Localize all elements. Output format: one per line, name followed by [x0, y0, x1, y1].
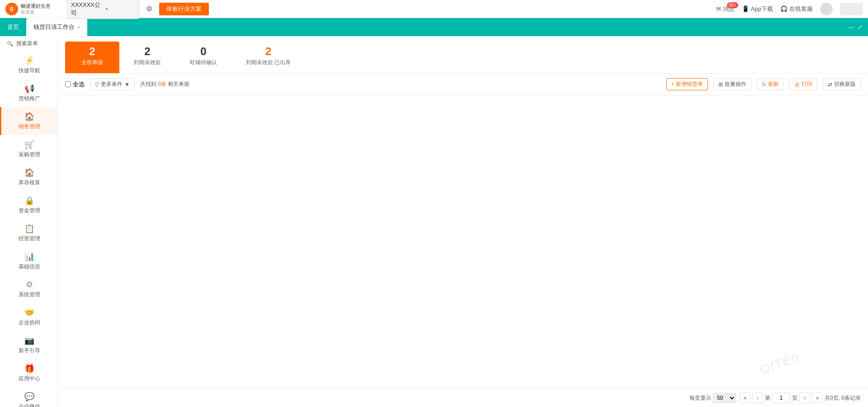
online-service-button[interactable]: 🎧 在线客服 [780, 5, 813, 13]
tab-active-label: 钱货日清工作台 [33, 23, 75, 31]
tab-minimize-icon[interactable]: — [847, 23, 854, 31]
sidebar-label-base-info: 基础信息 [19, 263, 40, 271]
stat-tab-overdue[interactable]: 2 到期未收款 [119, 42, 175, 73]
marketing-icon: 📢 [24, 84, 34, 94]
found-suffix: 相关单据 [168, 81, 189, 87]
stat-tab-all[interactable]: 2 全部单据 [65, 42, 119, 73]
sidebar-item-purchase[interactable]: 🛒 采购管理 [0, 135, 57, 163]
app-download-icon: 📱 [742, 5, 749, 12]
app-center-icon: 🎁 [24, 364, 34, 374]
tab-close-icon[interactable]: × [77, 24, 80, 30]
sidebar-label-sales: 销售管理 [19, 123, 40, 131]
app-download-label: App下载 [751, 5, 773, 13]
next-page-button[interactable]: › [799, 393, 810, 403]
sidebar-item-marketing[interactable]: 📢 营销推广 [0, 79, 57, 107]
filter-icon: ▽ [95, 81, 99, 88]
add-sales-order-button[interactable]: + 新增销货单 [666, 78, 708, 90]
stat-label-pending: 旺辅待确认 [190, 59, 217, 66]
sidebar-label-inventory: 库存核算 [19, 179, 40, 187]
sidebar-item-inventory[interactable]: 🏠 库存核算 [0, 163, 57, 191]
refresh-button[interactable]: ↻ 刷新 [757, 78, 784, 90]
logo-sub: 标准版 [21, 9, 51, 15]
message-button[interactable]: ✉ 消息 99+ [716, 5, 735, 13]
toolbar-right: + 新增销货单 ⊞ 批量操作 ↻ 刷新 🖨 打印 ⇄ 切换新版 [666, 78, 861, 90]
found-prefix: 共找到 [140, 81, 156, 87]
batch-operation-button[interactable]: ⊞ 批量操作 [713, 78, 751, 90]
sidebar-search[interactable]: 🔍 搜索菜单 [0, 36, 57, 51]
page-size-selector: 每页显示 50 10 20 100 [689, 393, 736, 403]
per-page-label: 每页显示 [689, 394, 711, 402]
stat-label-shipped: 到期未收款 已出库 [246, 59, 291, 66]
search-icon: 🔍 [7, 41, 14, 47]
sidebar-search-label: 搜索菜单 [16, 40, 38, 47]
page-size-select[interactable]: 50 10 20 100 [713, 393, 736, 403]
tabbar-actions: — ⤢ [847, 23, 868, 31]
tabbar: 首页 钱货日清工作台 × — ⤢ [0, 18, 868, 36]
prev-page-button[interactable]: ‹ [752, 393, 763, 403]
sidebar-label-marketing: 营销推广 [19, 95, 40, 103]
page-di-label: 第 [765, 394, 770, 402]
sidebar-item-wechat[interactable]: 💬 企业微信 [0, 387, 57, 407]
topbar: 6 畅捷通好生意 标准版 XXXXXX公司 ▼ ⚙ 体验行业方案 ✉ 消息 99… [0, 0, 868, 18]
sidebar-item-app-center[interactable]: 🎁 应用中心 [0, 359, 57, 387]
stat-count-overdue: 2 [144, 45, 150, 58]
topbar-right: ✉ 消息 99+ 📱 App下载 🎧 在线客服 [716, 3, 863, 15]
trial-button[interactable]: 体验行业方案 [159, 3, 209, 15]
sidebar-item-base-info[interactable]: 📊 基础信息 [0, 247, 57, 275]
sidebar-item-guide[interactable]: 📷 新手引导 [0, 331, 57, 359]
stat-tab-shipped[interactable]: 2 到期未收款 已出库 [231, 42, 305, 73]
wechat-icon: 💬 [24, 392, 34, 402]
filter-button[interactable]: ▽ 更多条件 ▼ [90, 78, 135, 90]
sidebar-label-wechat: 企业微信 [19, 403, 40, 407]
settings-button[interactable]: ⚙ [143, 3, 156, 15]
quick-nav-icon: ⚡ [24, 56, 34, 65]
logo-title: 畅捷通好生意 [21, 3, 51, 9]
company-selector[interactable]: XXXXXX公司 ▼ [67, 0, 139, 19]
select-all-input[interactable] [65, 81, 71, 87]
print-button[interactable]: 🖨 打印 [789, 78, 817, 90]
main-content: 2 全部单据 2 到期未收款 0 旺辅待确认 2 到期未收款 已出库 [58, 36, 868, 407]
sidebar-item-cooperation[interactable]: 🤝 企业协同 [0, 303, 57, 331]
stat-count-shipped: 2 [265, 45, 271, 58]
switch-version-button[interactable]: ⇄ 切换新版 [823, 78, 861, 90]
app-download-button[interactable]: 📱 App下载 [742, 5, 773, 13]
first-page-button[interactable]: « [740, 393, 750, 403]
sidebar-item-quick-nav[interactable]: ⚡ 快捷导航 [0, 51, 57, 79]
tab-home[interactable]: 首页 [0, 18, 26, 36]
stat-label-overdue: 到期未收款 [134, 59, 161, 66]
select-all-label: 全选 [73, 80, 85, 89]
guide-icon: 📷 [24, 336, 34, 346]
stat-tab-pending[interactable]: 0 旺辅待确认 [175, 42, 231, 73]
company-name: XXXXXX公司 [71, 1, 102, 17]
stat-count-all: 2 [89, 45, 95, 58]
tab-home-label: 首页 [7, 23, 19, 31]
sidebar-label-guide: 新手引导 [19, 347, 40, 355]
tab-active[interactable]: 钱货日清工作台 × [26, 18, 87, 36]
user-name[interactable] [840, 3, 863, 15]
select-all-checkbox[interactable]: 全选 [65, 80, 85, 89]
finance-icon: 🔒 [24, 196, 34, 206]
sidebar-label-app-center: 应用中心 [19, 375, 40, 383]
avatar[interactable] [820, 3, 833, 15]
sidebar-item-operations[interactable]: 📋 经营管理 [0, 219, 57, 247]
batch-label: 批量操作 [725, 80, 746, 88]
cooperation-icon: 🤝 [24, 308, 34, 318]
base-info-icon: 📊 [24, 252, 34, 262]
pagination: 每页显示 50 10 20 100 « ‹ 第 页 › » 共0页, 0条记录 [58, 388, 868, 407]
tab-maximize-icon[interactable]: ⤢ [857, 23, 863, 31]
logo: 6 畅捷通好生意 标准版 [5, 3, 63, 15]
sidebar-item-system[interactable]: ⚙ 系统管理 [0, 275, 57, 303]
data-table-area [58, 95, 868, 388]
last-page-button[interactable]: » [812, 393, 823, 403]
purchase-icon: 🛒 [24, 140, 34, 150]
page-input[interactable] [772, 393, 790, 403]
sidebar-item-finance[interactable]: 🔒 资金管理 [0, 191, 57, 219]
toolbar: 全选 ▽ 更多条件 ▼ 共找到 0条 相关单据 + 新增销货单 ⊞ 批量操作 [58, 74, 868, 95]
switch-label: 切换新版 [834, 80, 856, 88]
sidebar-label-finance: 资金管理 [19, 207, 40, 215]
sidebar-label-purchase: 采购管理 [19, 151, 40, 159]
sales-icon: 🏠 [24, 112, 34, 122]
sidebar-item-sales[interactable]: 🏠 销售管理 [0, 107, 57, 135]
batch-icon: ⊞ [718, 81, 723, 88]
sidebar-label-operations: 经营管理 [19, 235, 40, 243]
